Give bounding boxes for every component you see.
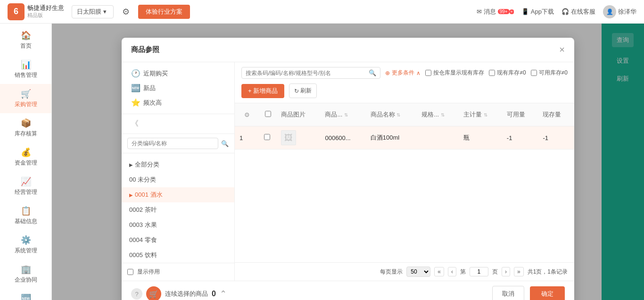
col-settings-icon[interactable]: ⚙ — [239, 107, 255, 122]
modal-footer: ? 🛒 连续选择的商品 0 ⌃ 取消 确定 — [122, 281, 574, 300]
page-first-button[interactable]: « — [434, 267, 444, 276]
logo-icon: 6 — [8, 3, 25, 20]
modal-close-button[interactable]: × — [559, 44, 565, 55]
sort-icon-spec: ⇅ — [441, 112, 445, 117]
total-label: 共1页，1条记录 — [528, 268, 568, 276]
page-prev-button[interactable]: ‹ — [448, 267, 456, 276]
modal-right-panel: 🔍 ⊕ 更多条件 ∧ 按仓库显示现有库存 — [235, 62, 574, 281]
per-page-select[interactable]: 50 100 200 — [406, 267, 430, 277]
category-0003[interactable]: 0003 水果 — [122, 217, 234, 233]
category-0001[interactable]: ▶ 0001 酒水 — [122, 187, 234, 202]
sidebar-item-operation[interactable]: 📈 经营管理 — [0, 172, 51, 201]
sidebar-item-enterprise[interactable]: 🏢 企业协同 — [0, 259, 51, 289]
sidebar-label-purchase: 采购管理 — [15, 100, 37, 108]
clock-icon: 🕐 — [131, 69, 140, 78]
show-disabled-checkbox[interactable] — [127, 269, 133, 275]
sidebar-item-basic[interactable]: 📋 基础信息 — [0, 201, 51, 230]
sidebar-label-system: 系统管理 — [15, 247, 37, 255]
show-disabled-label[interactable]: 显示停用 — [137, 268, 160, 276]
app-download-item[interactable]: 📱 App下载 — [521, 8, 554, 16]
collapse-cart-icon[interactable]: ⌃ — [220, 289, 227, 299]
sidebar-label-home: 首页 — [20, 42, 32, 50]
confirm-button[interactable]: 确定 — [530, 286, 565, 300]
sidebar-item-finance[interactable]: 💰 资金管理 — [0, 142, 51, 172]
settings-icon[interactable]: ⚙ — [118, 4, 133, 19]
table-row[interactable]: 1 🖼 000600... 白酒100ml — [235, 126, 574, 150]
category-0005[interactable]: 0005 饮料 — [122, 248, 234, 263]
check-available-input[interactable] — [489, 70, 495, 76]
th-name[interactable]: 商品名称 ⇅ — [366, 103, 417, 126]
check-warehouse-input[interactable] — [425, 70, 431, 76]
avatar: 👤 — [603, 5, 616, 18]
sidebar-label-inventory: 库存核算 — [15, 130, 37, 138]
online-service-item[interactable]: 🎧 在线客服 — [561, 8, 595, 16]
th-spec[interactable]: 规格... ⇅ — [417, 103, 459, 126]
category-0001-label: 0001 酒水 — [135, 191, 163, 199]
page-next-button[interactable]: › — [502, 267, 510, 276]
collapse-button[interactable]: 《 — [127, 117, 142, 131]
sidebar-item-purchase[interactable]: 🛒 采购管理 — [0, 84, 51, 113]
row-checkbox[interactable] — [264, 134, 270, 140]
sidebar-item-sales[interactable]: 📊 销售管理 — [0, 55, 51, 84]
basic-icon: 📋 — [21, 206, 31, 216]
td-available: -1 — [502, 126, 538, 150]
th-spec-label: 规格... — [421, 111, 439, 118]
top-navigation: 6 畅捷通好生意 精品版 日太阳膜 ▾ ⚙ 体验行业方案 ✉ 消息 99+ + … — [0, 0, 644, 24]
cart-icon[interactable]: 🛒 — [146, 286, 161, 300]
trial-button[interactable]: 体验行业方案 — [138, 5, 190, 19]
filter-button[interactable]: ⊕ 更多条件 ∧ — [385, 69, 421, 77]
page-after-label: 页 — [492, 268, 498, 276]
modal-left-footer: 显示停用 — [122, 263, 234, 281]
th-unit-label: 主计量 — [463, 111, 482, 118]
headset-icon: 🎧 — [561, 8, 569, 15]
add-product-button[interactable]: + 新增商品 — [241, 84, 284, 98]
category-all[interactable]: ▶ 全部分类 — [122, 157, 234, 172]
sidebar-item-guide[interactable]: 🆕 新手引导 — [0, 289, 51, 300]
new-icon: 🆕 — [131, 83, 140, 92]
select-all-checkbox[interactable] — [265, 111, 271, 117]
enterprise-icon: 🏢 — [21, 264, 31, 275]
cancel-button[interactable]: 取消 — [492, 286, 524, 300]
help-icon[interactable]: ? — [131, 288, 142, 300]
cart-info: ? 🛒 连续选择的商品 0 ⌃ — [131, 286, 487, 300]
th-stock: 现存量 — [538, 103, 574, 126]
pagination-bar: 每页显示 50 100 200 « ‹ 第 页 › — [235, 262, 574, 281]
check-warehouse-label[interactable]: 按仓库显示现有库存 — [425, 69, 484, 77]
check-usable-label[interactable]: 可用库存≠0 — [531, 69, 568, 77]
page-number-input[interactable] — [470, 267, 488, 276]
check-available-label[interactable]: 现有库存≠0 — [489, 69, 526, 77]
category-00[interactable]: 00 未分类 — [122, 172, 234, 187]
sidebar-item-system[interactable]: ⚙️ 系统管理 — [0, 230, 51, 259]
nav-dropdown[interactable]: 日太阳膜 ▾ — [72, 5, 114, 18]
sidebar-label-enterprise: 企业协同 — [15, 276, 37, 284]
message-item[interactable]: ✉ 消息 99+ + — [477, 8, 514, 16]
category-0002[interactable]: 0002 茶叶 — [122, 202, 234, 217]
sidebar-item-home[interactable]: 🏠 首页 — [0, 25, 51, 55]
quick-link-frequent[interactable]: ⭐ 频次高 — [127, 95, 229, 110]
product-search-input[interactable] — [246, 70, 367, 76]
user-item[interactable]: 👤 徐泽华 — [603, 5, 636, 18]
quick-link-new[interactable]: 🆕 新品 — [127, 81, 229, 95]
th-available-label: 可用量 — [507, 111, 525, 118]
check-usable-input[interactable] — [531, 70, 537, 76]
category-search-bar: 🔍 — [122, 134, 234, 153]
sidebar-item-inventory[interactable]: 📦 库存核算 — [0, 113, 51, 142]
quick-link-recent[interactable]: 🕐 近期购买 — [127, 66, 229, 81]
check-available-text: 现有库存≠0 — [497, 69, 526, 77]
th-unit[interactable]: 主计量 ⇅ — [459, 103, 502, 126]
category-0004[interactable]: 0004 零食 — [122, 233, 234, 248]
page-last-button[interactable]: » — [514, 267, 524, 276]
refresh-button[interactable]: ↻ 刷新 — [289, 83, 317, 98]
td-img: 🖼 — [276, 126, 320, 150]
sort-icon-name: ⇅ — [396, 112, 400, 117]
category-search-input[interactable] — [127, 138, 218, 149]
inventory-icon: 📦 — [21, 118, 31, 128]
th-code[interactable]: 商品... ⇅ — [320, 103, 365, 126]
quick-links: 🕐 近期购买 🆕 新品 ⭐ 频次高 — [122, 62, 234, 114]
operation-icon: 📈 — [21, 176, 31, 187]
category-header: 《 — [122, 114, 234, 134]
sidebar-label-basic: 基础信息 — [15, 217, 37, 225]
search-submit-icon[interactable]: 🔍 — [369, 69, 376, 76]
product-image: 🖼 — [281, 130, 296, 145]
refresh-label: 刷新 — [300, 87, 312, 95]
